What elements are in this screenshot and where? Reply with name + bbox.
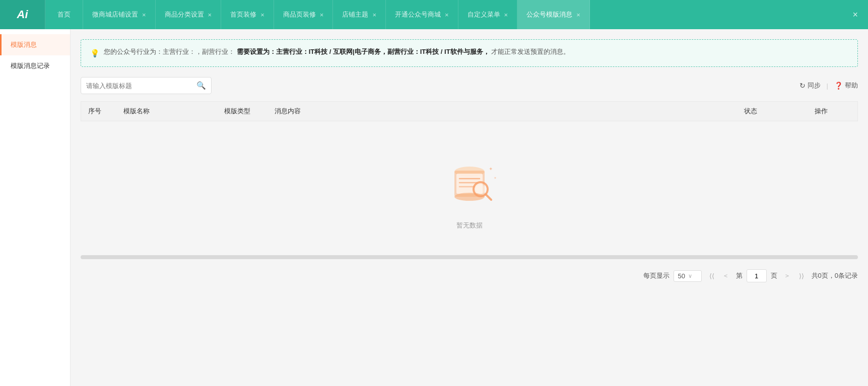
content-area: 💡 您的公众号行业为：主营行业：，副营行业： 需要设置为：主营行业：IT科技 /… (71, 29, 868, 386)
sync-button[interactable]: ↻ 同步 (799, 81, 821, 90)
tab-homepage-decoration[interactable]: 首页装修× (221, 0, 274, 29)
chevron-down-icon: ∨ (688, 273, 692, 279)
total-info: 共0页，0条记录 (812, 271, 858, 280)
tab-label: 开通公众号商城 (395, 10, 441, 19)
tab-close-category-settings[interactable]: × (208, 11, 212, 19)
page-label: 第 (736, 271, 743, 280)
sync-icon: ↻ (799, 82, 806, 90)
svg-text:✦: ✦ (494, 176, 497, 180)
empty-illustration: ✦ ✦ (439, 151, 500, 212)
empty-state: ✦ ✦ 暂无数据 (81, 121, 858, 250)
tab-label: 店铺主题 (342, 10, 368, 19)
tab-close-open-mall[interactable]: × (445, 11, 449, 19)
col-header-type: 模版类型 (217, 102, 268, 121)
data-table: 序号模版名称模版类型消息内容状态操作 (81, 101, 858, 121)
tab-home[interactable]: 首页 (45, 0, 83, 29)
tab-label: 商品分类设置 (165, 10, 204, 19)
tab-close-shop-theme[interactable]: × (372, 11, 376, 19)
page-unit: 页 (771, 271, 777, 280)
bulb-icon: 💡 (90, 47, 100, 59)
help-icon: ❓ (834, 82, 843, 90)
pagination: 每页显示 50 ∨ ⟨⟨ ＜ 第 页 ＞ ⟩⟩ 共0页，0条记录 (81, 265, 858, 284)
help-button[interactable]: ❓ 帮助 (834, 81, 858, 90)
tab-bar: Ai 首页微商城店铺设置×商品分类设置×首页装修×商品页装修×店铺主题×开通公众… (0, 0, 868, 29)
main-layout: 模版消息模版消息记录 💡 您的公众号行业为：主营行业：，副营行业： 需要设置为：… (0, 29, 868, 386)
horizontal-scrollbar[interactable] (81, 255, 858, 259)
search-bar: 🔍 ↻ 同步 | ❓ 帮助 (81, 77, 858, 94)
page-navigation: ⟨⟨ ＜ 第 页 ＞ ⟩⟩ (706, 269, 808, 282)
svg-point-8 (476, 184, 486, 194)
tab-label: 商品页装修 (283, 10, 316, 19)
search-actions: ↻ 同步 | ❓ 帮助 (799, 81, 858, 90)
notice-banner: 💡 您的公众号行业为：主营行业：，副营行业： 需要设置为：主营行业：IT科技 /… (81, 39, 858, 67)
svg-line-9 (486, 194, 491, 200)
tab-shop-theme[interactable]: 店铺主题× (333, 0, 386, 29)
notice-highlight: 需要设置为：主营行业：IT科技 / 互联网|电子商务，副营行业：IT科技 / I… (237, 48, 490, 55)
tab-label: 微商城店铺设置 (92, 10, 138, 19)
tab-custom-menu[interactable]: 自定义菜单× (458, 0, 518, 29)
search-input-wrap[interactable]: 🔍 (81, 77, 212, 94)
page-size-value: 50 (678, 272, 685, 280)
col-header-name: 模版名称 (116, 102, 217, 121)
sync-label: 同步 (808, 81, 821, 90)
tab-shop-settings[interactable]: 微商城店铺设置× (83, 0, 156, 29)
window-close-button[interactable]: × (842, 10, 868, 20)
sidebar-item-template-record[interactable]: 模版消息记录 (0, 55, 70, 76)
col-header-status: 状态 (737, 102, 808, 121)
tab-close-custom-menu[interactable]: × (504, 11, 508, 19)
tab-label: 自定义菜单 (468, 10, 500, 19)
divider: | (827, 82, 828, 90)
tab-category-settings[interactable]: 商品分类设置× (156, 0, 222, 29)
tab-product-decoration[interactable]: 商品页装修× (274, 0, 333, 29)
col-header-seq: 序号 (81, 102, 116, 121)
tab-close-product-decoration[interactable]: × (320, 11, 324, 19)
last-page-button[interactable]: ⟩⟩ (795, 270, 808, 282)
search-icon[interactable]: 🔍 (196, 81, 206, 90)
empty-text: 暂无数据 (456, 221, 483, 230)
notice-text: 您的公众号行业为：主营行业：，副营行业： 需要设置为：主营行业：IT科技 / 互… (104, 47, 570, 57)
app-logo: Ai (0, 0, 45, 29)
col-header-content: 消息内容 (268, 102, 737, 121)
col-header-action: 操作 (808, 102, 858, 121)
first-page-button[interactable]: ⟨⟨ (706, 270, 718, 282)
tab-label: 首页 (57, 10, 71, 19)
prev-page-button[interactable]: ＜ (720, 270, 732, 282)
tab-open-mall[interactable]: 开通公众号商城× (386, 0, 458, 29)
next-page-button[interactable]: ＞ (781, 270, 793, 282)
sidebar-item-template-msg[interactable]: 模版消息 (0, 34, 70, 55)
page-number-input[interactable] (747, 269, 767, 282)
tab-close-shop-settings[interactable]: × (142, 11, 146, 19)
tab-label: 公众号模版消息 (526, 10, 572, 19)
search-input[interactable] (86, 82, 193, 90)
tab-label: 首页装修 (230, 10, 256, 19)
tab-template-msg[interactable]: 公众号模版消息× (517, 0, 590, 29)
page-size-select[interactable]: 50 ∨ (674, 270, 702, 282)
page-size-label: 每页显示 (643, 271, 670, 280)
help-label: 帮助 (845, 81, 858, 90)
tab-close-template-msg[interactable]: × (576, 11, 580, 19)
sidebar: 模版消息模版消息记录 (0, 29, 71, 386)
tab-close-homepage-decoration[interactable]: × (260, 11, 264, 19)
svg-text:✦: ✦ (489, 166, 493, 172)
